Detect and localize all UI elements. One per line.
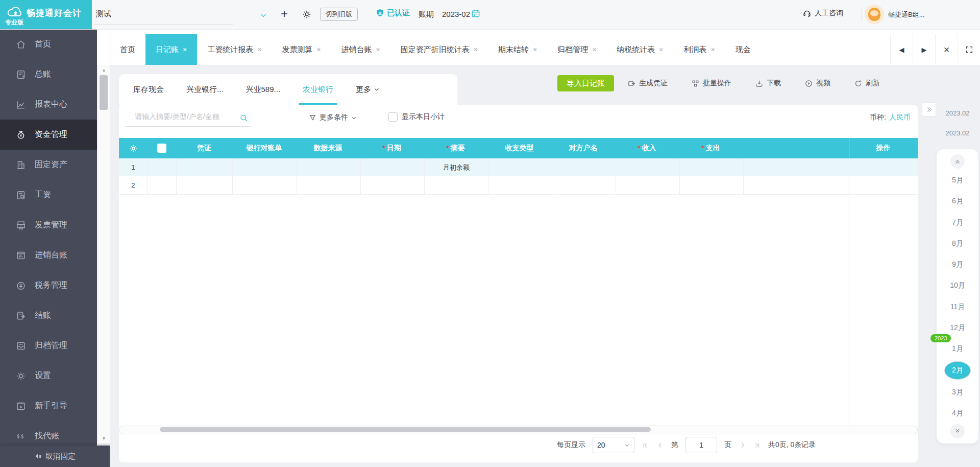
subtab-cib-589[interactable]: 兴业589... xyxy=(246,74,281,105)
daily-subtotal-checkbox[interactable] xyxy=(388,112,398,122)
sidebar-item-funds-management[interactable]: ¥ 资金管理 xyxy=(0,120,97,150)
month-option[interactable]: 11月 xyxy=(949,298,966,316)
tab-journal[interactable]: 日记账× xyxy=(145,34,197,65)
scroll-tabs-left-icon[interactable]: ◀ xyxy=(890,34,913,65)
horizontal-scrollbar[interactable] xyxy=(119,426,918,434)
sidebar-item-general-ledger[interactable]: ¥ 总账 xyxy=(0,59,97,89)
sidebar-item-agency-service[interactable]: 找代账 xyxy=(0,421,97,446)
close-icon[interactable]: × xyxy=(376,45,380,54)
close-all-tabs-icon[interactable]: × xyxy=(935,34,958,65)
tab-profit-statement[interactable]: 利润表× xyxy=(674,34,725,65)
sidebar-item-settings[interactable]: 设置 xyxy=(0,361,97,391)
user-avatar[interactable] xyxy=(865,5,884,24)
sidebar-item-invoice-management[interactable]: ¥ 发票管理 xyxy=(0,210,97,240)
live-support-link[interactable]: 人工咨询 xyxy=(802,9,843,18)
close-icon[interactable]: × xyxy=(533,45,537,54)
next-page-icon[interactable] xyxy=(739,441,746,449)
cell-operations[interactable] xyxy=(849,158,918,176)
search-icon[interactable] xyxy=(239,113,249,123)
last-page-icon[interactable] xyxy=(753,441,761,449)
subtab-cib-bank[interactable]: 兴业银行... xyxy=(186,74,224,105)
switch-to-old-version-button[interactable]: 切到旧版 xyxy=(320,8,358,21)
months-scroll-up-button[interactable] xyxy=(950,154,965,169)
page-number-input[interactable] xyxy=(685,437,717,453)
subtab-more-dropdown[interactable]: 更多 xyxy=(356,74,380,105)
sidebar-item-closing[interactable]: 结账 xyxy=(0,300,97,331)
month-option[interactable]: 1月 xyxy=(949,340,966,358)
calendar-icon[interactable] xyxy=(471,8,481,18)
sidebar-scrollbar[interactable]: ▲ ▼ xyxy=(97,65,110,443)
close-icon[interactable]: × xyxy=(474,45,478,54)
scroll-tabs-right-icon[interactable]: ▶ xyxy=(913,34,935,65)
cell-voucher[interactable] xyxy=(177,176,233,194)
first-page-icon[interactable] xyxy=(642,441,649,449)
username[interactable]: 畅捷通B组... xyxy=(888,10,925,19)
month-option[interactable]: 9月 xyxy=(949,256,966,273)
sidebar-unpin-button[interactable]: 取消固定 xyxy=(0,446,110,467)
generate-voucher-button[interactable]: 生成凭证 xyxy=(627,79,668,88)
sidebar-item-fixed-assets[interactable]: 固定资产 xyxy=(0,150,97,180)
refresh-button[interactable]: 刷新 xyxy=(854,79,880,88)
currency-value[interactable]: 人民币 xyxy=(889,113,911,121)
table-row[interactable]: 1 月初余额 xyxy=(119,158,918,177)
prev-page-icon[interactable] xyxy=(656,441,664,449)
settings-gear-icon[interactable] xyxy=(301,9,312,20)
per-page-select[interactable]: 20 xyxy=(593,437,634,453)
month-option[interactable]: 4月 xyxy=(949,405,966,422)
sidebar-item-purchase-sales-ledger[interactable]: 进销台账 xyxy=(0,240,97,270)
subtab-cash[interactable]: 库存现金 xyxy=(133,74,164,105)
sidebar-item-home[interactable]: 首页 xyxy=(0,29,97,59)
cell-summary[interactable] xyxy=(425,176,488,194)
close-icon[interactable]: × xyxy=(316,45,321,54)
fullscreen-icon[interactable] xyxy=(958,34,980,65)
tab-depreciation-report[interactable]: 固定资产折旧统计表× xyxy=(390,34,488,65)
collapse-panel-button[interactable] xyxy=(922,102,936,116)
tab-invoice-calc[interactable]: 发票测算× xyxy=(272,34,331,65)
month-option[interactable]: 6月 xyxy=(949,193,966,210)
month-option-selected[interactable]: 2月 xyxy=(944,361,971,380)
period-value[interactable]: 2023-02 xyxy=(442,10,470,18)
tab-cash[interactable]: 现金 xyxy=(725,34,761,65)
scroll-down-icon[interactable]: ▼ xyxy=(97,433,110,443)
subtab-abc-bank[interactable]: 农业银行 xyxy=(303,74,333,105)
month-option[interactable]: 5月 xyxy=(949,172,966,189)
add-account-set-icon[interactable]: + xyxy=(281,7,288,21)
tab-tax-report[interactable]: 纳税统计表× xyxy=(606,34,673,65)
account-set-chevron-down-icon[interactable] xyxy=(259,11,267,19)
sidebar-item-report-center[interactable]: 报表中心 xyxy=(0,89,97,120)
close-icon[interactable]: × xyxy=(592,45,596,54)
download-button[interactable]: 下载 xyxy=(755,79,781,88)
close-icon[interactable]: × xyxy=(257,45,261,54)
select-all-checkbox[interactable] xyxy=(157,144,166,153)
cell-summary[interactable]: 月初余额 xyxy=(425,158,488,176)
month-option[interactable]: 12月 xyxy=(949,319,966,337)
sidebar-item-archive-management[interactable]: 归档管理 xyxy=(0,331,97,361)
search-input[interactable] xyxy=(134,112,233,121)
certified-badge[interactable]: 企 已认证 xyxy=(375,8,410,18)
month-option[interactable]: 7月 xyxy=(949,214,966,231)
sidebar-item-tax-management[interactable]: 税务管理 xyxy=(0,270,97,300)
scrollbar-thumb[interactable] xyxy=(100,75,108,110)
month-option[interactable]: 10月 xyxy=(949,277,966,294)
more-filters-button[interactable]: 更多条件 xyxy=(309,113,357,122)
month-option[interactable]: 8月 xyxy=(949,235,966,252)
tab-salary-report[interactable]: 工资统计报表× xyxy=(197,34,272,65)
tab-purchase-sales[interactable]: 进销台账× xyxy=(331,34,390,65)
video-help-button[interactable]: 视频 xyxy=(804,79,830,88)
account-set-name[interactable]: 测试 xyxy=(96,9,111,19)
import-journal-button[interactable]: 导入日记账 xyxy=(557,75,614,91)
close-icon[interactable]: × xyxy=(711,45,715,54)
sidebar-item-salary[interactable]: 工资 xyxy=(0,180,97,210)
sidebar-item-beginner-guide[interactable]: 新手引导 xyxy=(0,391,97,421)
cell-voucher[interactable] xyxy=(177,158,233,176)
months-scroll-down-button[interactable] xyxy=(950,424,965,438)
scrollbar-thumb[interactable] xyxy=(160,427,651,432)
month-option[interactable]: 3月 xyxy=(949,384,966,401)
tab-archive[interactable]: 归档管理× xyxy=(547,34,606,65)
cell-operations[interactable] xyxy=(849,176,918,194)
batch-operations-button[interactable]: 批量操作 xyxy=(691,79,731,88)
close-icon[interactable]: × xyxy=(183,45,187,54)
table-row[interactable]: 2 xyxy=(119,176,918,195)
column-settings-cell[interactable] xyxy=(119,138,148,158)
tab-period-end[interactable]: 期末结转× xyxy=(488,34,547,65)
